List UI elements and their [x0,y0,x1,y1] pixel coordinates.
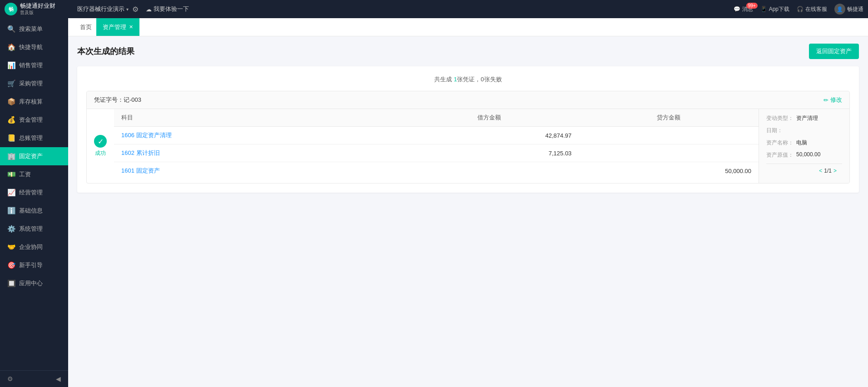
company-selector[interactable]: 医疗器械行业演示 ▾ [77,5,129,13]
success-icon: ✓ [94,135,107,148]
sidebar-item-label: 销售管理 [19,61,43,69]
cart-icon: 🛒 [7,79,15,88]
voucher-side: 变动类型： 资产清理 日期： 资产名称： 电脑 [759,109,849,183]
sidebar-item-coop[interactable]: 🤝 企业协同 [0,238,68,256]
company-name: 医疗器械行业演示 [77,5,124,13]
close-icon[interactable]: ✕ [129,24,133,30]
username-label: 畅捷通 [847,5,863,13]
sidebar-footer: ⚙ ◀ [0,370,68,387]
sidebar-item-search[interactable]: 🔍 搜索菜单 [0,20,68,38]
sidebar-item-label: 固定资产 [19,152,43,160]
sidebar-item-label: 经营管理 [19,189,43,197]
sidebar-item-ops[interactable]: 📈 经营管理 [0,184,68,202]
download-icon: 📱 [760,6,767,12]
status-cell: ✓ 成功 [87,109,114,183]
avatar: 👤 [834,4,845,15]
logo-sub: 普及版 [20,10,55,16]
sidebar-item-ledger[interactable]: 📒 总账管理 [0,129,68,147]
search-icon: 🔍 [7,25,15,33]
sidebar: 🔍 搜索菜单 🏠 快捷导航 📊 销售管理 🛒 采购管理 📦 库存核算 💰 [0,18,68,387]
money-icon: 💰 [7,116,15,124]
edit-icon: ✏ [823,97,828,104]
tab-home[interactable]: 首页 [75,18,96,36]
sidebar-item-label: 企业协同 [19,243,43,251]
cloud-icon: ☁ [146,6,152,13]
user-area[interactable]: 👤 畅捷通 [834,4,863,15]
messages-button[interactable]: 💬 消息 99+ [734,5,753,13]
sidebar-item-label: 资金管理 [19,116,43,124]
return-button[interactable]: 返回固定资产 [809,44,859,59]
sidebar-item-payroll[interactable]: 💵 工资 [0,165,68,184]
sidebar-item-label: 系统管理 [19,225,43,233]
status-text: 成功 [95,149,106,157]
handshake-icon: 🤝 [7,243,15,251]
tab-asset-mgmt[interactable]: 资产管理 ✕ [96,18,139,36]
online-service-button[interactable]: 🎧 在线客服 [797,5,827,13]
sidebar-item-guide[interactable]: 🎯 新手引导 [0,256,68,274]
sidebar-item-label: 库存核算 [19,98,43,106]
logo-area: 畅 畅捷通好业财 普及版 [5,2,73,16]
logo-icon: 畅 [5,3,17,15]
prev-page-button[interactable]: < [819,168,822,174]
next-page-button[interactable]: > [833,168,837,174]
date-label: 日期： [766,127,783,134]
subject-cell: 1606 固定资产清理 [114,127,399,144]
sidebar-collapse-icon[interactable]: ◀ [56,375,61,382]
sidebar-item-label: 总账管理 [19,134,43,142]
fail-count: 0 [481,76,484,83]
ops-icon: 📈 [7,189,15,197]
logo-text: 畅捷通好业财 [20,2,55,10]
sidebar-settings-icon[interactable]: ⚙ [7,375,13,382]
result-summary: 共生成 1张凭证，0张失败 [86,75,850,84]
col-subject: 科目 [114,109,399,127]
sidebar-item-inventory[interactable]: 📦 库存核算 [0,93,68,111]
gear-icon: ⚙️ [7,225,15,233]
tab-label: 资产管理 [103,23,126,31]
sidebar-item-finance[interactable]: 💰 资金管理 [0,111,68,129]
page-indicator: 1/1 [824,168,832,174]
voucher-block: 凭证字号：记-003 ✏ 修改 ✓ 成功 [86,91,850,184]
sidebar-item-label: 基础信息 [19,207,43,215]
table-row: 1601 固定资产 50,000.00 [114,162,759,180]
sidebar-item-label: 应用中心 [19,279,43,288]
chevron-down-icon: ▾ [126,7,129,12]
sidebar-item-system[interactable]: ⚙️ 系统管理 [0,220,68,238]
tab-bar: 首页 资产管理 ✕ [68,18,868,36]
voucher-table: 科目 借方金额 贷方金额 1606 固定资产清理 42,874.97 [114,109,759,179]
content-area: 首页 资产管理 ✕ 本次生成的结果 返回固定资产 共生成 1张凭证，0张失败 凭… [68,18,868,387]
pagination-row: < 1/1 > [766,164,842,178]
voucher-count: 1 [454,76,457,83]
original-value-value: 50,000.00 [796,151,820,159]
voucher-number: 凭证字号：记-003 [94,96,141,104]
sidebar-item-quick-nav[interactable]: 🏠 快捷导航 [0,38,68,56]
message-icon: 💬 [734,6,740,12]
page-title-row: 本次生成的结果 返回固定资产 [77,44,859,59]
chart-icon: 📊 [7,61,15,69]
sidebar-item-sales[interactable]: 📊 销售管理 [0,56,68,74]
main-layout: 🔍 搜索菜单 🏠 快捷导航 📊 销售管理 🛒 采购管理 📦 库存核算 💰 [0,18,868,387]
edit-button[interactable]: ✏ 修改 [823,96,842,104]
sidebar-item-basic-info[interactable]: ℹ️ 基础信息 [0,202,68,220]
top-header: 畅 畅捷通好业财 普及版 医疗器械行业演示 ▾ ⚙ ☁ 我要体验一下 💬 消息 … [0,0,868,18]
box-icon: 📦 [7,98,15,106]
right-actions: 💬 消息 99+ 📱 App下载 🎧 在线客服 👤 畅捷通 [734,4,863,15]
sidebar-item-purchase[interactable]: 🛒 采购管理 [0,74,68,93]
sidebar-item-fixed-assets[interactable]: 🏢 固定资产 [0,147,68,165]
settings-icon[interactable]: ⚙ [132,5,139,14]
result-card: 共生成 1张凭证，0张失败 凭证字号：记-003 ✏ 修改 [77,66,859,193]
sidebar-item-app-center[interactable]: 🔲 应用中心 [0,274,68,293]
asset-name-item: 资产名称： 电脑 [766,139,842,147]
credit-cell: 50,000.00 [579,162,759,180]
nav-list: 🔍 搜索菜单 🏠 快捷导航 📊 销售管理 🛒 采购管理 📦 库存核算 💰 [0,18,68,370]
try-button[interactable]: ☁ 我要体验一下 [146,5,189,13]
credit-cell [579,144,759,162]
change-type-value: 资产清理 [796,114,818,122]
page-title: 本次生成的结果 [77,46,134,57]
table-row: 1602 累计折旧 7,125.03 [114,144,759,162]
asset-name-value: 电脑 [796,139,807,147]
voucher-body: ✓ 成功 科目 借方金额 贷方金额 [87,109,849,183]
book-icon: 📒 [7,134,15,142]
voucher-header: 凭证字号：记-003 ✏ 修改 [87,91,849,109]
app-download-button[interactable]: 📱 App下载 [760,5,789,13]
change-type-label: 变动类型： [766,114,794,122]
